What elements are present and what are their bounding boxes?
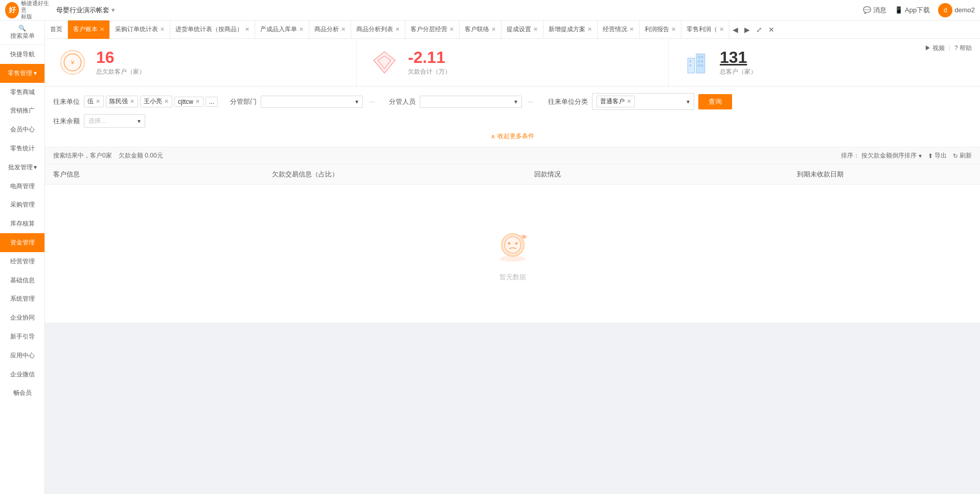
export-btn[interactable]: ⬆ 导出 bbox=[928, 151, 947, 160]
tab-close-customer-contact[interactable]: ✕ bbox=[491, 26, 496, 33]
tab-close-business-status[interactable]: ✕ bbox=[629, 26, 634, 33]
sidebar-item-retail-mall[interactable]: 零售商城 bbox=[0, 83, 44, 102]
tab-accounts[interactable]: 客户账本 ✕ bbox=[68, 20, 110, 39]
sidebar-item-wholesale[interactable]: 批发管理 ▾ bbox=[0, 158, 44, 177]
logo: 好 畅捷通好生意 标版 bbox=[5, 0, 50, 20]
stat-label-total-customers: 总客户（家） bbox=[720, 68, 757, 76]
collapse-btn[interactable]: ∧ 收起更多条件 bbox=[53, 132, 972, 141]
tab-customer-contact[interactable]: 客户联络 ✕ bbox=[460, 20, 502, 39]
tab-expand-btn[interactable]: ⤢ bbox=[753, 26, 765, 34]
coin-icon: ¥ bbox=[57, 47, 88, 78]
sidebar-item-system[interactable]: 系统管理 bbox=[0, 289, 44, 308]
tab-next-btn[interactable]: ▶ bbox=[741, 26, 753, 34]
tab-product-analysis[interactable]: 商品分析 ✕ bbox=[309, 20, 351, 39]
sidebar-item-ecommerce[interactable]: 电商管理 bbox=[0, 177, 44, 196]
tab-promotion-settings[interactable]: 提成设置 ✕ bbox=[502, 20, 543, 39]
sidebar-item-app-center[interactable]: 应用中心 bbox=[0, 346, 44, 365]
col-header-date: 到期未收款日期 bbox=[797, 170, 972, 179]
unit-tag-0[interactable]: 伍 ✕ bbox=[84, 96, 104, 107]
result-actions: 排序： 按欠款金额倒序排序 ▾ ⬆ 导出 ↻ 刷新 bbox=[841, 151, 972, 160]
messages-btn[interactable]: 💬 消息 bbox=[863, 6, 886, 15]
unit-class-tag-0[interactable]: 普通客户 ✕ bbox=[597, 96, 635, 107]
refresh-btn[interactable]: ↻ 刷新 bbox=[953, 151, 972, 160]
svg-rect-8 bbox=[690, 64, 691, 66]
help-btn[interactable]: ? 帮助 bbox=[954, 44, 972, 53]
tab-business-status[interactable]: 经营情况 ✕ bbox=[598, 20, 640, 39]
unit-class-select[interactable]: 普通客户 ✕ ▾ bbox=[592, 93, 694, 110]
sidebar-item-marketing[interactable]: 营销推广 bbox=[0, 101, 44, 120]
stat-info-total-customers: 131 总客户（家） bbox=[720, 49, 757, 76]
tab-purchase-order[interactable]: 采购订单统计表 ✕ bbox=[110, 20, 170, 39]
dept-options-btn[interactable]: ··· bbox=[367, 98, 377, 105]
sidebar-item-enterprise[interactable]: 企业协同 bbox=[0, 308, 44, 327]
tab-product-analysis-list[interactable]: 商品分析列表 ✕ bbox=[351, 20, 405, 39]
sidebar-item-capital[interactable]: 资金管理 bbox=[0, 233, 44, 252]
tab-produce-inbound[interactable]: 产成品入库单 ✕ bbox=[255, 20, 309, 39]
unit-tag-1[interactable]: 陈民强 ✕ bbox=[106, 96, 138, 107]
tab-close-profit-report[interactable]: ✕ bbox=[671, 26, 676, 33]
tab-close-product-analysis[interactable]: ✕ bbox=[341, 26, 346, 33]
tab-profit-report[interactable]: 利润报告 ✕ bbox=[640, 20, 681, 39]
unit-class-tags: 普通客户 ✕ bbox=[597, 96, 635, 107]
empty-illustration bbox=[492, 226, 533, 266]
unit-label: 往来单位 bbox=[53, 97, 80, 106]
tab-close-retail-profit[interactable]: ✕ bbox=[719, 26, 724, 33]
unit-tag-more[interactable]: ... bbox=[206, 97, 218, 107]
tab-home[interactable]: 首页 bbox=[45, 20, 68, 39]
sidebar-item-business-mgmt[interactable]: 经营管理 bbox=[0, 252, 44, 271]
tab-inbound-stats[interactable]: 进货单统计表（按商品） ✕ bbox=[170, 20, 255, 39]
tab-close-promotion-settings[interactable]: ✕ bbox=[533, 26, 538, 33]
remove-unit-class-tag-0[interactable]: ✕ bbox=[627, 98, 631, 105]
tab-close-inbound-stats[interactable]: ✕ bbox=[245, 26, 249, 33]
user-profile-btn[interactable]: d demo2 bbox=[938, 3, 975, 17]
remove-unit-tag-2[interactable]: ✕ bbox=[164, 98, 169, 105]
building-icon bbox=[681, 47, 712, 78]
search-icon: 🔍 bbox=[2, 25, 42, 32]
sidebar-quick-nav[interactable]: 快捷导航 bbox=[0, 45, 44, 64]
tab-close-product-analysis-list[interactable]: ✕ bbox=[395, 26, 400, 33]
tab-retail-profit[interactable]: 零售利润（ ✕ bbox=[681, 20, 730, 39]
balance-select[interactable]: 选择... ▾ bbox=[84, 114, 145, 128]
svg-point-17 bbox=[505, 237, 521, 253]
unit-tag-2[interactable]: 王小亮 ✕ bbox=[140, 96, 172, 107]
query-button[interactable]: 查询 bbox=[698, 94, 732, 109]
tab-close-produce-inbound[interactable]: ✕ bbox=[299, 26, 304, 33]
sidebar-item-purchase[interactable]: 采购管理 bbox=[0, 195, 44, 214]
sidebar-item-retail-stats[interactable]: 零售统计 bbox=[0, 139, 44, 158]
sidebar-item-inventory[interactable]: 库存核算 bbox=[0, 214, 44, 233]
svg-rect-12 bbox=[701, 60, 703, 62]
app-download-btn[interactable]: 📱 App下载 bbox=[895, 6, 930, 15]
tab-close-accounts[interactable]: ✕ bbox=[100, 26, 104, 33]
tab-close-purchase-order[interactable]: ✕ bbox=[160, 26, 165, 33]
video-btn[interactable]: ▶ 视频 bbox=[925, 44, 945, 53]
tab-new-promotion[interactable]: 新增提成方案 ✕ bbox=[543, 20, 598, 39]
tab-close-customer-tier[interactable]: ✕ bbox=[449, 26, 454, 33]
app-download-icon: 📱 bbox=[895, 6, 903, 14]
sidebar-item-retail[interactable]: 零售管理 ▾ bbox=[0, 64, 44, 83]
sidebar-search[interactable]: 🔍 搜索菜单 bbox=[0, 20, 44, 45]
stat-info-debt-customers: 16 总欠款客户（家） bbox=[96, 49, 145, 76]
tab-close-all-btn[interactable]: ✕ bbox=[765, 26, 778, 34]
org-selector[interactable]: 母婴行业演示帐套 ▾ bbox=[50, 6, 121, 15]
remove-unit-tag-1[interactable]: ✕ bbox=[130, 98, 134, 105]
sort-select[interactable]: 排序： 按欠款金额倒序排序 ▾ bbox=[841, 151, 922, 160]
sidebar-item-wechat[interactable]: 企业微信 bbox=[0, 365, 44, 384]
person-options-btn[interactable]: ··· bbox=[526, 98, 536, 105]
message-icon: 💬 bbox=[863, 6, 871, 14]
stats-row: ¥ 16 总欠款客户（家） bbox=[45, 39, 980, 86]
sidebar-item-membership[interactable]: 畅会员 bbox=[0, 384, 44, 402]
person-select[interactable]: ▾ bbox=[420, 96, 522, 108]
sidebar-item-basic-info[interactable]: 基础信息 bbox=[0, 271, 44, 290]
remove-unit-tag-3[interactable]: ✕ bbox=[195, 98, 200, 105]
sidebar-item-newbie[interactable]: 新手引导 bbox=[0, 327, 44, 346]
sidebar-item-member[interactable]: 会员中心 bbox=[0, 120, 44, 139]
collapse-icon: ∧ bbox=[491, 133, 495, 140]
col-header-customer: 客户信息 bbox=[53, 170, 272, 179]
tab-prev-btn[interactable]: ◀ bbox=[730, 26, 741, 34]
stat-value-debt-customers: 16 bbox=[96, 49, 145, 65]
tab-close-new-promotion[interactable]: ✕ bbox=[587, 26, 592, 33]
unit-tag-3[interactable]: cjttcw ✕ bbox=[174, 97, 203, 107]
tab-customer-tier[interactable]: 客户分层经营 ✕ bbox=[405, 20, 460, 39]
remove-unit-tag-0[interactable]: ✕ bbox=[96, 98, 100, 105]
dept-select[interactable]: ▾ bbox=[261, 96, 363, 108]
